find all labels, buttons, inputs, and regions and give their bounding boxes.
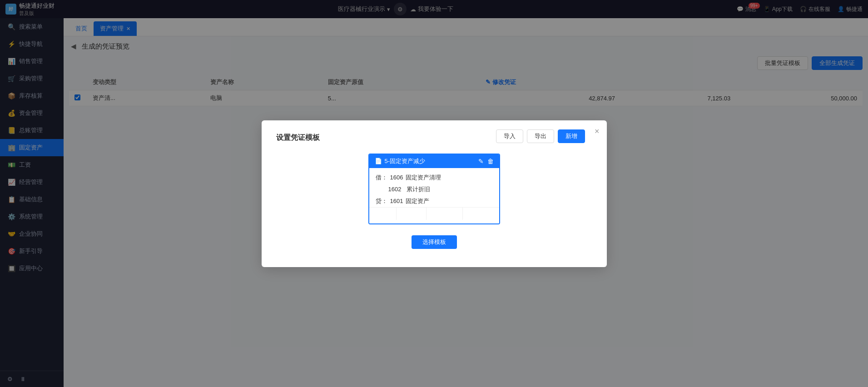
template-title: 📄 5-固定资产减少 (375, 157, 426, 165)
template-empty-row (369, 207, 499, 220)
modal-dialog: 设置凭证模板 × 导入 导出 新增 📄 5-固定资产减少 ✎ 🗑 (262, 120, 607, 267)
select-template-button[interactable]: 选择模板 (412, 235, 457, 249)
export-button[interactable]: 导出 (527, 129, 554, 143)
modal-overlay[interactable]: 设置凭证模板 × 导入 导出 新增 📄 5-固定资产减少 ✎ 🗑 (0, 0, 868, 387)
template-card-actions: ✎ 🗑 (478, 158, 494, 165)
template-row-debit2: 1602 累计折旧 (369, 184, 499, 195)
debit2-code: 1602 (388, 186, 402, 193)
debit1-code: 1606 (390, 174, 403, 181)
edit-template-icon[interactable]: ✎ (478, 158, 484, 165)
new-template-button[interactable]: 新增 (558, 129, 585, 143)
template-row-credit1: 贷： 1601 固定资产 (369, 195, 499, 207)
credit1-type: 贷： (376, 197, 387, 205)
template-card: 📄 5-固定资产减少 ✎ 🗑 借： 1606 固定资产清理 (368, 154, 500, 224)
template-card-header: 📄 5-固定资产减少 ✎ 🗑 (369, 154, 499, 168)
credit1-name: 固定资产 (406, 197, 429, 205)
modal-close-button[interactable]: × (595, 127, 600, 136)
debit2-name: 累计折旧 (407, 185, 430, 194)
select-template-wrap: 选择模板 (412, 235, 457, 249)
import-button[interactable]: 导入 (496, 129, 523, 143)
debit1-name: 固定资产清理 (406, 174, 441, 182)
template-card-body: 借： 1606 固定资产清理 1602 累计折旧 贷： 1601 固定资产 (369, 168, 499, 223)
delete-template-icon[interactable]: 🗑 (487, 158, 494, 165)
document-icon: 📄 (375, 158, 382, 164)
template-row-debit1: 借： 1606 固定资产清理 (369, 172, 499, 184)
modal-content: 📄 5-固定资产减少 ✎ 🗑 借： 1606 固定资产清理 (276, 154, 592, 249)
debit1-type: 借： (376, 174, 387, 182)
modal-action-buttons: 导入 导出 新增 (496, 129, 585, 143)
credit1-code: 1601 (390, 198, 403, 204)
